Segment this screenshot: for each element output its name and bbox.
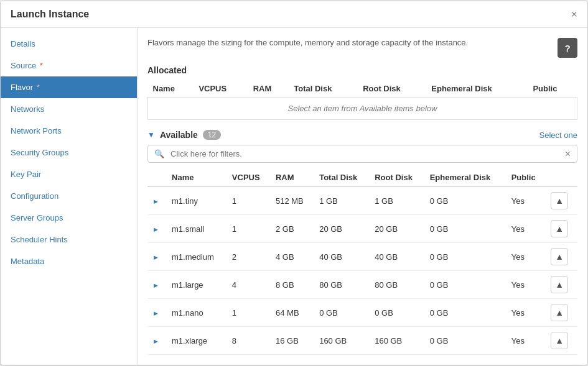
cell-root-disk: 160 GB — [370, 327, 424, 355]
allocate-button[interactable]: ▲ — [551, 248, 568, 265]
cell-total-disk: 20 GB — [314, 215, 370, 243]
modal-header: Launch Instance × — [1, 1, 587, 28]
available-header: ▼ Available 12 Select one — [147, 130, 577, 140]
cell-vcpus: 2 — [227, 243, 271, 271]
expand-row-button[interactable]: ► — [152, 226, 159, 233]
search-row: 🔍 × — [147, 145, 577, 163]
cell-public: Yes — [506, 271, 546, 299]
sidebar-item-scheduler-hints[interactable]: Scheduler Hints — [1, 229, 137, 250]
sidebar-item-label: Key Pair — [11, 170, 41, 179]
cell-name: m1.medium — [167, 243, 227, 271]
col-expand — [147, 169, 167, 186]
table-row: ► m1.nano 1 64 MB 0 GB 0 GB 0 GB Yes ▲ — [147, 299, 577, 327]
sidebar-item-configuration[interactable]: Configuration — [1, 185, 137, 207]
col-name: Name — [167, 169, 227, 186]
sidebar-item-network-ports[interactable]: Network Ports — [1, 120, 137, 142]
expand-row-button[interactable]: ► — [152, 198, 159, 205]
cell-ephemeral-disk: 0 GB — [425, 186, 506, 215]
sidebar-item-label: Source — [11, 61, 36, 70]
chevron-down-icon: ▼ — [147, 130, 155, 139]
sidebar-item-label: Scheduler Hints — [11, 235, 68, 244]
sidebar-item-server-groups[interactable]: Server Groups — [1, 207, 137, 229]
allocate-button[interactable]: ▲ — [551, 304, 568, 321]
cell-total-disk: 0 GB — [314, 299, 370, 327]
clear-search-button[interactable]: × — [559, 146, 577, 162]
cell-total-disk: 1 GB — [314, 186, 370, 215]
modal-body: Details Source * Flavor * Networks Netwo… — [1, 28, 587, 365]
allocate-button[interactable]: ▲ — [551, 276, 568, 293]
sidebar-item-label: Metadata — [11, 257, 44, 266]
sidebar-item-details[interactable]: Details — [1, 33, 137, 55]
col-ephemeral-disk: Ephemeral Disk — [426, 80, 528, 98]
allocated-title: Allocated — [147, 65, 577, 75]
cell-name: m1.small — [167, 215, 227, 243]
col-action — [546, 169, 577, 186]
sidebar-item-flavor[interactable]: Flavor * — [1, 76, 137, 98]
cell-ram: 64 MB — [271, 299, 314, 327]
cell-name: m1.nano — [167, 299, 227, 327]
col-vcpus: VCPUS — [194, 80, 248, 98]
expand-row-button[interactable]: ► — [152, 309, 159, 317]
cell-total-disk: 160 GB — [314, 327, 370, 355]
sidebar-item-networks[interactable]: Networks — [1, 98, 137, 120]
cell-vcpus: 1 — [227, 186, 271, 215]
table-row: ► m1.tiny 1 512 MB 1 GB 1 GB 0 GB Yes ▲ — [147, 186, 577, 215]
allocated-placeholder: Select an item from Available items belo… — [148, 98, 577, 120]
col-ram: RAM — [271, 169, 314, 186]
sidebar-item-source[interactable]: Source * — [1, 55, 137, 76]
select-one-link[interactable]: Select one — [539, 130, 577, 140]
table-row: ► m1.medium 2 4 GB 40 GB 40 GB 0 GB Yes … — [147, 243, 577, 271]
sidebar-item-metadata[interactable]: Metadata — [1, 250, 137, 272]
expand-row-button[interactable]: ► — [152, 254, 159, 261]
cell-ephemeral-disk: 0 GB — [425, 215, 506, 243]
modal-title: Launch Instance — [11, 9, 89, 20]
cell-vcpus: 4 — [227, 271, 271, 299]
available-title-row: ▼ Available 12 — [147, 130, 221, 140]
available-count-badge: 12 — [203, 130, 221, 140]
cell-vcpus: 8 — [227, 327, 271, 355]
col-ephemeral-disk: Ephemeral Disk — [425, 169, 506, 186]
allocate-button[interactable]: ▲ — [551, 332, 568, 349]
col-root-disk: Root Disk — [358, 80, 426, 98]
col-public: Public — [506, 169, 546, 186]
expand-row-button[interactable]: ► — [152, 337, 159, 345]
sidebar-item-label: Configuration — [11, 191, 58, 201]
cell-name: m1.large — [167, 271, 227, 299]
cell-root-disk: 80 GB — [370, 271, 424, 299]
cell-root-disk: 20 GB — [370, 215, 424, 243]
cell-ram: 4 GB — [271, 243, 314, 271]
description-text: Flavors manage the sizing for the comput… — [147, 38, 551, 47]
cell-ephemeral-disk: 0 GB — [425, 327, 506, 355]
expand-row-button[interactable]: ► — [152, 281, 159, 289]
sidebar-item-label: Networks — [11, 104, 44, 114]
sidebar-item-label: Server Groups — [11, 213, 63, 222]
launch-instance-modal: Launch Instance × Details Source * Flavo… — [0, 1, 588, 365]
cell-ephemeral-disk: 0 GB — [425, 299, 506, 327]
table-row: ► m1.large 4 8 GB 80 GB 80 GB 0 GB Yes ▲ — [147, 271, 577, 299]
available-label: Available — [160, 130, 198, 140]
search-input[interactable] — [170, 149, 559, 158]
sidebar-item-key-pair[interactable]: Key Pair — [1, 163, 137, 185]
cell-ephemeral-disk: 0 GB — [425, 243, 506, 271]
allocate-button[interactable]: ▲ — [551, 192, 568, 209]
available-table: Name VCPUS RAM Total Disk Root Disk Ephe… — [147, 169, 577, 355]
allocated-table: Name VCPUS RAM Total Disk Root Disk Ephe… — [147, 80, 577, 120]
sidebar-item-label: Flavor — [11, 83, 33, 92]
sidebar: Details Source * Flavor * Networks Netwo… — [1, 28, 138, 365]
cell-ram: 2 GB — [271, 215, 314, 243]
description-row: Flavors manage the sizing for the comput… — [147, 38, 577, 58]
cell-root-disk: 40 GB — [370, 243, 424, 271]
cell-public: Yes — [506, 215, 546, 243]
cell-total-disk: 40 GB — [314, 243, 370, 271]
search-icon: 🔍 — [148, 145, 170, 162]
help-button[interactable]: ? — [558, 38, 577, 58]
cell-ram: 512 MB — [271, 186, 314, 215]
col-root-disk: Root Disk — [370, 169, 424, 186]
sidebar-item-security-groups[interactable]: Security Groups — [1, 142, 137, 163]
allocate-button[interactable]: ▲ — [551, 220, 568, 237]
col-total-disk: Total Disk — [289, 80, 358, 98]
close-button[interactable]: × — [571, 9, 577, 20]
cell-name: m1.tiny — [167, 186, 227, 215]
col-public: Public — [528, 80, 577, 98]
cell-ephemeral-disk: 0 GB — [425, 271, 506, 299]
